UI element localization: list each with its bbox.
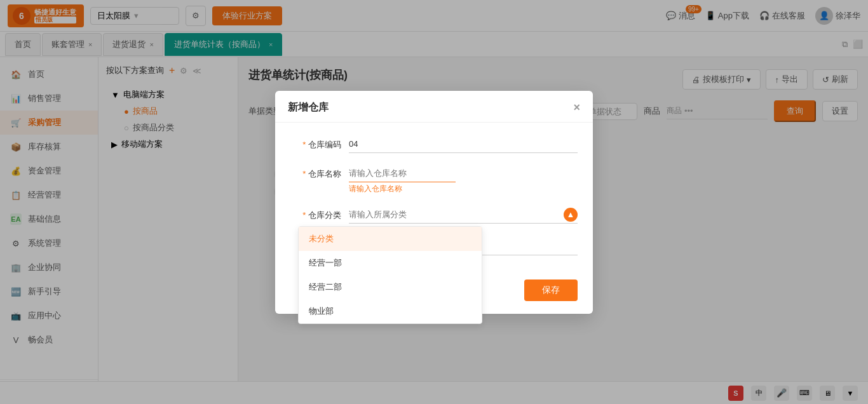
- category-label: 仓库分类: [290, 206, 341, 221]
- dropdown-list: 未分类 经营一部 经营二部 物业部: [298, 226, 482, 324]
- save-button[interactable]: 保存: [524, 279, 578, 301]
- name-label: 仓库名称: [290, 165, 341, 180]
- category-input[interactable]: [349, 206, 578, 224]
- dropdown-toggle-btn[interactable]: ▲: [564, 208, 578, 222]
- dropdown-item-3[interactable]: 物业部: [299, 299, 482, 323]
- dropdown-item-1[interactable]: 经营一部: [299, 251, 482, 275]
- modal-add-warehouse: 新增仓库 × 仓库编码 仓库名称 请输入仓库名称 仓库分类: [275, 91, 593, 314]
- name-input[interactable]: [349, 165, 456, 182]
- code-input[interactable]: [349, 135, 578, 153]
- dropdown-item-2[interactable]: 经营二部: [299, 275, 482, 299]
- form-row-name: 仓库名称 请输入仓库名称: [290, 165, 578, 194]
- modal-overlay[interactable]: 新增仓库 × 仓库编码 仓库名称 请输入仓库名称 仓库分类: [0, 0, 868, 404]
- modal-header: 新增仓库 ×: [275, 91, 593, 123]
- modal-close-button[interactable]: ×: [573, 101, 580, 114]
- modal-title: 新增仓库: [288, 101, 329, 114]
- category-dropdown-wrap: ▲ 未分类 经营一部 经营二部 物业部: [349, 206, 578, 224]
- code-label: 仓库编码: [290, 135, 341, 151]
- modal-body: 仓库编码 仓库名称 请输入仓库名称 仓库分类 ▲ 未分类: [275, 123, 593, 279]
- form-row-category: 仓库分类 ▲ 未分类 经营一部 经营二部 物业部: [290, 206, 578, 224]
- form-row-code: 仓库编码: [290, 135, 578, 153]
- name-field-wrap: 请输入仓库名称: [349, 165, 578, 194]
- dropdown-item-0[interactable]: 未分类: [299, 227, 482, 251]
- name-error-msg: 请输入仓库名称: [349, 184, 578, 194]
